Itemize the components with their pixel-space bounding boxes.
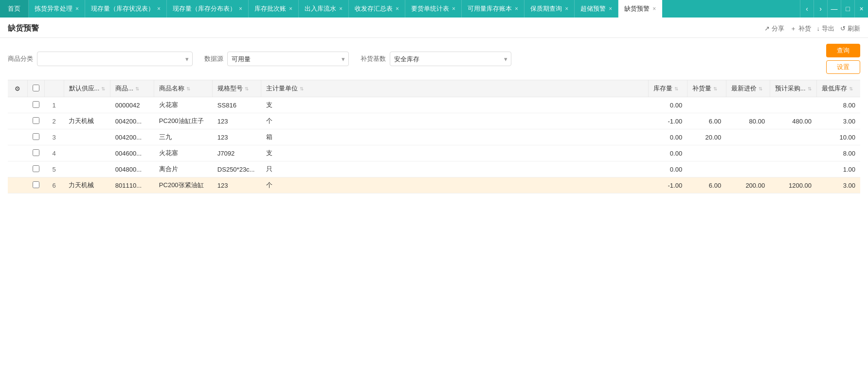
- cell-forecast: [770, 129, 816, 145]
- tab-label: 库存批次账: [254, 4, 286, 13]
- tab-label: 现存量（库存状况表）: [91, 4, 154, 13]
- sort-unit-icon: ⇅: [300, 86, 304, 91]
- cell-replenish: 6.00: [687, 113, 726, 129]
- cell-forecast: [770, 161, 816, 177]
- share-button[interactable]: ↗ 分享: [764, 24, 784, 33]
- window-close-button[interactable]: ×: [854, 0, 868, 18]
- tab-prev-button[interactable]: ‹: [800, 0, 814, 18]
- tab-label: 保质期查询: [530, 4, 562, 13]
- tab-label: 超储预警: [580, 4, 606, 13]
- tab-next-button[interactable]: ›: [814, 0, 827, 18]
- select-all-checkbox[interactable]: [33, 85, 39, 91]
- cell-unit: 支: [261, 145, 648, 161]
- tab-available[interactable]: 可用量库存账本×: [462, 0, 524, 18]
- tab-label: 收发存汇总表: [355, 4, 393, 13]
- datasource-select-wrapper: 可用量: [227, 52, 349, 66]
- page-container: 缺货预警 ↗ 分享 ＋ 补货 ↓ 导出 ↺ 刷新 商品分类: [0, 18, 868, 387]
- tab-close-available[interactable]: ×: [515, 5, 518, 12]
- replenish-base-select[interactable]: 安全库存: [390, 52, 511, 66]
- replenish-button[interactable]: ＋ 补货: [790, 24, 811, 33]
- cell-stock: -1.00: [648, 113, 687, 129]
- tab-label: 可用量库存账本: [468, 4, 512, 13]
- export-button[interactable]: ↓ 导出: [817, 24, 835, 33]
- window-maximize-button[interactable]: □: [841, 0, 854, 18]
- tab-home[interactable]: 首页: [0, 0, 29, 18]
- cell-unit: 只: [261, 161, 648, 177]
- category-select[interactable]: [37, 52, 193, 66]
- sort-name-icon: ⇅: [186, 86, 190, 91]
- cell-replenish: 20.00: [687, 129, 726, 145]
- tab-inventory-status[interactable]: 现存量（库存状况表）×: [85, 0, 167, 18]
- cell-name: PC200油缸庄子: [154, 113, 213, 129]
- row-checkbox[interactable]: [33, 181, 39, 188]
- tab-shortage[interactable]: 缺货预警×: [618, 0, 662, 18]
- replenish-base-label: 补货基数: [361, 54, 386, 63]
- tab-close-abnormal[interactable]: ×: [75, 5, 79, 12]
- cell-index: 5: [44, 161, 64, 177]
- tab-close-inventory-status[interactable]: ×: [157, 5, 161, 12]
- tab-close-expiry[interactable]: ×: [565, 5, 568, 12]
- cell-supplier: [64, 145, 110, 161]
- sort-forecast-icon: ⇅: [808, 86, 812, 91]
- row-checkbox[interactable]: [33, 149, 39, 156]
- th-name[interactable]: 商品名称⇅: [154, 80, 213, 97]
- row-checkbox[interactable]: [33, 117, 39, 124]
- tab-label: 缺货预警: [624, 4, 650, 13]
- tab-label: 首页: [8, 4, 20, 13]
- cell-check: [27, 129, 44, 145]
- th-price[interactable]: 最新进价⇅: [726, 80, 770, 97]
- th-forecast[interactable]: 预计采购...⇅: [770, 80, 816, 97]
- query-button[interactable]: 查询: [826, 44, 860, 57]
- tab-batch[interactable]: 库存批次账×: [249, 0, 299, 18]
- sort-code-icon: ⇅: [135, 86, 139, 91]
- tab-inout-flow[interactable]: 出入库流水×: [299, 0, 349, 18]
- cell-index: 4: [44, 145, 64, 161]
- tab-close-collect[interactable]: ×: [396, 5, 399, 12]
- cell-name: 三九: [154, 129, 213, 145]
- tab-overstock[interactable]: 超储预警×: [575, 0, 618, 18]
- cell-replenish: [687, 161, 726, 177]
- th-minstock[interactable]: 最低库存⇅: [816, 80, 860, 97]
- tab-abnormal[interactable]: 拣货异常处理×: [29, 0, 85, 18]
- datasource-select[interactable]: 可用量: [227, 52, 349, 66]
- tab-label: 拣货异常处理: [35, 4, 72, 13]
- th-code[interactable]: 商品...⇅: [110, 80, 154, 97]
- th-spec[interactable]: 规格型号⇅: [213, 80, 261, 97]
- tab-inventory-dist[interactable]: 现存量（库存分布表）×: [167, 0, 249, 18]
- th-supplier[interactable]: 默认供应...⇅: [64, 80, 110, 97]
- settings-button[interactable]: 设置: [826, 60, 860, 74]
- cell-supplier: [64, 97, 110, 113]
- cell-minstock: 10.00: [816, 129, 860, 145]
- tab-close-inventory-dist[interactable]: ×: [239, 5, 242, 12]
- tab-order-stat[interactable]: 要货单统计表×: [405, 0, 462, 18]
- page-title: 缺货预警: [8, 23, 39, 34]
- row-checkbox[interactable]: [33, 165, 39, 172]
- sort-price-icon: ⇅: [759, 86, 762, 91]
- refresh-button[interactable]: ↺ 刷新: [840, 24, 860, 33]
- th-replenish[interactable]: 补货量⇅: [687, 80, 726, 97]
- cell-index: 6: [44, 177, 64, 194]
- sort-minstock-icon: ⇅: [849, 86, 853, 91]
- replenish-base-select-wrapper: 安全库存: [390, 52, 511, 66]
- cell-replenish: 6.00: [687, 177, 726, 194]
- row-checkbox[interactable]: [33, 133, 39, 140]
- tab-nav-buttons: ‹ › — □ ×: [800, 0, 868, 18]
- tab-close-overstock[interactable]: ×: [609, 5, 612, 12]
- th-unit[interactable]: 主计量单位⇅: [261, 80, 648, 97]
- cell-name: PC200张紧油缸: [154, 177, 213, 194]
- cell-index: 2: [44, 113, 64, 129]
- tab-collect[interactable]: 收发存汇总表×: [349, 0, 405, 18]
- row-checkbox[interactable]: [33, 101, 39, 108]
- replenish-icon: ＋: [790, 24, 796, 33]
- tab-close-inout-flow[interactable]: ×: [339, 5, 343, 12]
- tab-expiry[interactable]: 保质期查询×: [524, 0, 575, 18]
- tab-close-shortage[interactable]: ×: [652, 5, 656, 12]
- th-stock[interactable]: 库存量⇅: [648, 80, 687, 97]
- cell-price: [726, 97, 770, 113]
- th-gear[interactable]: ⚙: [8, 80, 27, 97]
- cell-spec: SS816: [213, 97, 261, 113]
- tab-close-order-stat[interactable]: ×: [452, 5, 455, 12]
- window-minimize-button[interactable]: —: [827, 0, 841, 18]
- tab-close-batch[interactable]: ×: [289, 5, 292, 12]
- cell-unit: 个: [261, 177, 648, 194]
